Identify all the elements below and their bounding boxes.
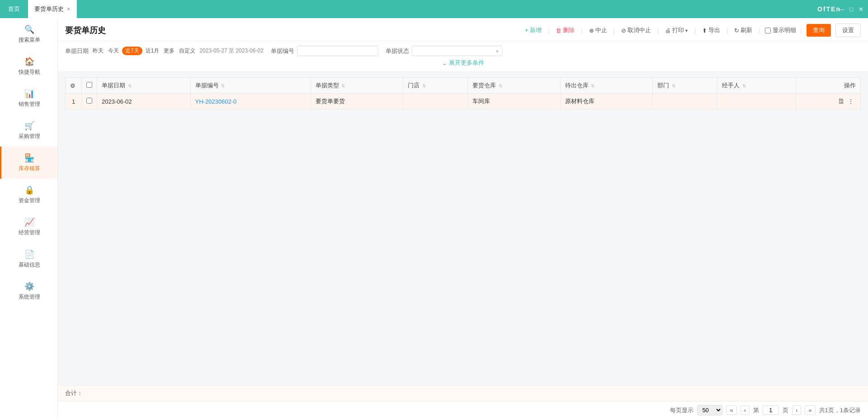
sort-handler-icon[interactable]: ⇅ [742,83,746,88]
query-button[interactable]: 查询 [807,24,831,37]
total-info: 共1页，1条记录 [819,406,861,414]
page-number-input[interactable] [763,405,779,415]
settings-button[interactable]: 设置 [835,24,861,37]
stop-icon: ⊗ [589,27,594,34]
row-checkbox[interactable] [82,94,97,110]
col-action: 操作 [796,78,860,94]
sidebar-item-quick-nav[interactable]: 🏠 快捷导航 [0,50,57,82]
col-store: 门店 ⇅ [403,78,468,94]
row-action-view-icon[interactable]: 🖺 [838,98,844,105]
sort-store-icon[interactable]: ⇅ [422,83,426,88]
sort-doc-date-icon[interactable]: ⇅ [128,83,132,88]
per-page-select[interactable]: 50 20 100 [697,405,722,415]
quick-nav-icon: 🏠 [24,57,34,67]
brand-label: OfTEn [817,5,841,13]
tab-purchase-history[interactable]: 要货单历史 ✕ [28,0,77,18]
sidebar-item-operations-mgmt[interactable]: 📈 经营管理 [0,211,57,243]
delete-icon: 🗑 [556,27,561,34]
cancel-stop-label: 取消中止 [627,26,651,34]
select-all-checkbox[interactable] [86,82,92,88]
row-num: 1 [66,94,82,110]
refresh-button[interactable]: ↻ 刷新 [732,25,754,35]
sidebar-item-purchase-mgmt[interactable]: 🛒 采购管理 [0,114,57,147]
col-doc-date: 单据日期 ⇅ [97,78,191,94]
new-button[interactable]: + 新增 [523,25,543,35]
export-button[interactable]: ⬆ 导出 [700,25,722,35]
sidebar-item-inventory[interactable]: 🏪 库存核算 [0,147,57,179]
sort-req-warehouse-icon[interactable]: ⇅ [499,83,502,88]
table-header-row: ⚙ 单据日期 ⇅ 单据编号 ⇅ [66,78,861,94]
shortcut-more[interactable]: 更多 [162,47,176,55]
sidebar-item-label: 搜索菜单 [19,36,40,44]
first-page-button[interactable]: « [726,405,736,415]
sort-doc-number-icon[interactable]: ⇅ [221,83,225,88]
prev-page-button[interactable]: ‹ [741,405,750,415]
shortcut-today[interactable]: 今天 [107,47,120,55]
sidebar-item-sales-mgmt[interactable]: 📊 销售管理 [0,82,57,114]
close-window-icon[interactable]: ✕ [859,6,863,13]
shortcut-7days[interactable]: 近7天 [122,47,142,55]
sort-pending-warehouse-icon[interactable]: ⇅ [591,83,594,88]
sort-department-icon[interactable]: ⇅ [672,83,675,88]
minimize-icon[interactable]: — [838,6,844,13]
date-range-display: 2023-05-27 至 2023-06-02 [199,47,263,55]
sidebar-item-basic-info[interactable]: 📄 基础信息 [0,243,57,275]
col-settings[interactable]: ⚙ [66,78,82,94]
finance-mgmt-icon: 🔒 [24,185,34,195]
sidebar-item-label: 资金管理 [19,197,40,205]
delete-label: 删除 [563,26,575,34]
col-department: 部门 ⇅ [653,78,717,94]
expand-more-icon: ⌄ [442,60,447,67]
tab-home[interactable]: 首页 [0,0,28,18]
show-detail-label[interactable]: 显示明细 [765,26,796,34]
filter-bar: 单据日期 昨天 今天 近7天 近1月 更多 自定义 2023-05-27 至 2… [58,41,868,72]
data-table: ⚙ 单据日期 ⇅ 单据编号 ⇅ [65,77,861,110]
maximize-icon[interactable]: □ [849,6,853,13]
basic-info-icon: 📄 [24,249,34,259]
close-tab-icon[interactable]: ✕ [66,6,71,12]
sidebar-item-system-mgmt[interactable]: ⚙️ 系统管理 [0,275,57,307]
sidebar-item-search-menu[interactable]: 🔍 搜索菜单 [0,18,57,50]
cancel-stop-button[interactable]: ⊘ 取消中止 [619,25,653,35]
delete-button[interactable]: 🗑 删除 [554,25,576,35]
page-label: 第 [753,406,759,414]
col-settings-icon[interactable]: ⚙ [70,82,75,89]
last-page-button[interactable]: » [805,405,815,415]
row-select-checkbox[interactable] [86,98,92,104]
print-button[interactable]: 🖨 打印 ▾ [663,25,689,35]
stop-button[interactable]: ⊗ 中止 [587,25,609,35]
per-page-label: 每页显示 [670,406,693,414]
shortcut-1month[interactable]: 近1月 [144,47,161,55]
shortcut-yesterday[interactable]: 昨天 [91,47,105,55]
sort-doc-type-icon[interactable]: ⇅ [341,83,345,88]
print-icon: 🖨 [665,27,671,34]
status-input[interactable] [412,46,502,56]
row-pending-warehouse: 原材料仓库 [560,94,652,110]
col-doc-number: 单据编号 ⇅ [190,78,311,94]
sidebar-item-label: 快捷导航 [19,68,40,76]
row-action: 🖺 ⋮ [796,94,860,110]
refresh-label: 刷新 [741,26,752,34]
next-page-button[interactable]: › [792,405,801,415]
show-detail-checkbox[interactable] [765,28,771,33]
col-doc-number-label: 单据编号 [195,82,219,89]
doc-number-input[interactable] [297,46,378,56]
shortcut-custom[interactable]: 自定义 [178,47,197,55]
window-controls: — □ ✕ [838,6,863,13]
sidebar-item-label: 基础信息 [19,261,40,269]
doc-number-link[interactable]: YH-20230602-0 [195,98,237,105]
expand-more-btn[interactable]: ⌄ 展开更多条件 [65,59,861,67]
row-store [403,94,468,110]
row-action-more-icon[interactable]: ⋮ [848,98,854,105]
export-icon: ⬆ [702,27,707,34]
footer-summary: 合计： [58,385,868,401]
row-doc-number[interactable]: YH-20230602-0 [190,94,311,110]
col-checkbox-header[interactable] [82,78,97,94]
page-suffix: 页 [783,406,788,414]
table-row: 1 2023-06-02 YH-20230602-0 要货单要货 车间库 原材料… [66,94,861,110]
pagination-bar: 每页显示 50 20 100 « ‹ 第 页 › » 共1页，1条记录 [58,401,868,419]
sales-mgmt-icon: 📊 [24,89,34,99]
sidebar-item-finance-mgmt[interactable]: 🔒 资金管理 [0,179,57,211]
stop-label: 中止 [595,26,607,34]
refresh-icon: ↻ [734,27,739,34]
